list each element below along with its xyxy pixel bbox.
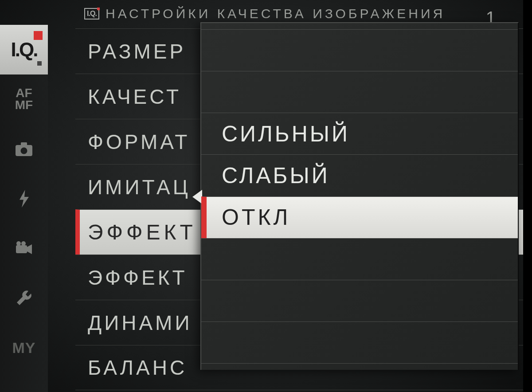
tab-setup[interactable] — [0, 273, 48, 323]
left-arrow-icon — [192, 190, 202, 204]
submenu-option-empty-3[interactable] — [201, 238, 518, 280]
submenu-option-strong[interactable]: СИЛЬНЫЙ — [201, 113, 518, 154]
submenu-option-empty-2[interactable] — [201, 71, 518, 113]
mf-text: MF — [15, 99, 33, 111]
submenu-option-empty-4[interactable] — [201, 280, 518, 321]
red-indicator-icon — [34, 31, 43, 40]
sidebar: I.Q. AF MF MY — [0, 25, 48, 392]
submenu-option-empty-1[interactable] — [201, 29, 518, 71]
submenu-option-weak[interactable]: СЛАБЫЙ — [201, 154, 518, 196]
tab-af-mf[interactable]: AF MF — [0, 74, 48, 124]
camera-icon — [13, 138, 35, 160]
tab-image-quality[interactable]: I.Q. — [0, 25, 48, 74]
svg-marker-3 — [20, 190, 29, 208]
tab-shooting[interactable] — [0, 124, 48, 174]
flash-icon — [13, 188, 35, 210]
screen-bezel — [523, 0, 532, 392]
af-text: AF — [15, 87, 33, 99]
submenu-option-off[interactable]: ОТКЛ — [201, 196, 518, 238]
iq-tab-label: I.Q. — [11, 39, 37, 61]
svg-rect-1 — [21, 142, 27, 146]
svg-point-7 — [21, 241, 26, 246]
tab-my-menu[interactable]: MY — [0, 323, 48, 372]
my-label: MY — [12, 339, 36, 357]
svg-point-6 — [16, 241, 21, 246]
tab-flash[interactable] — [0, 174, 48, 223]
svg-marker-5 — [27, 244, 32, 254]
svg-point-2 — [21, 148, 27, 154]
submenu-option-empty-5[interactable] — [201, 321, 518, 364]
tab-movie[interactable] — [0, 223, 48, 273]
submenu-popup: СИЛЬНЫЙ СЛАБЫЙ ОТКЛ — [200, 22, 519, 370]
page-title: НАСТРОЙКИ КАЧЕСТВА ИЗОБРАЖЕНИЯ — [106, 6, 445, 21]
movie-camera-icon — [13, 237, 35, 259]
dots-indicator-icon — [37, 61, 42, 66]
iq-badge-icon: I.Q. — [84, 8, 99, 20]
afmf-label: AF MF — [15, 87, 33, 111]
iq-badge-text: I.Q. — [87, 10, 97, 18]
svg-rect-4 — [16, 245, 27, 253]
wrench-icon — [13, 287, 35, 309]
